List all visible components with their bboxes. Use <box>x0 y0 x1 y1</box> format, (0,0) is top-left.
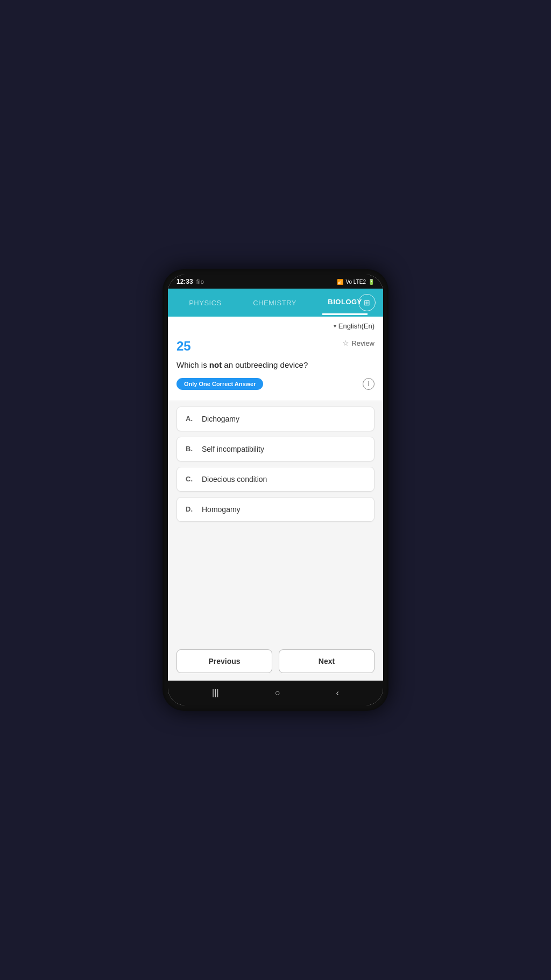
question-text: Which is not an outbreeding device? <box>176 359 375 372</box>
option-c-text: Dioecious condition <box>202 475 267 484</box>
status-time: 12:33 <box>176 278 193 285</box>
question-area: 25 ☆ Review Which is not an outbreeding … <box>168 332 383 401</box>
option-a[interactable]: A. Dichogamy <box>176 407 375 431</box>
option-a-text: Dichogamy <box>202 415 239 423</box>
battery-icon: 🔋 <box>368 279 375 285</box>
grid-icon: ⊞ <box>364 298 370 307</box>
info-icon: i <box>368 380 370 388</box>
info-icon-button[interactable]: i <box>363 378 375 390</box>
phone-device: 12:33 filo 📶 Vo LTE2 🔋 PHYSICS CHEMISTRY… <box>163 269 388 711</box>
option-b-letter: B. <box>186 445 194 453</box>
android-nav-bar: ||| ○ ‹ <box>168 681 383 705</box>
language-bar: ▾ English(En) <box>168 317 383 332</box>
option-d-text: Homogamy <box>202 505 241 514</box>
review-button[interactable]: ☆ Review <box>342 339 375 347</box>
tab-chemistry[interactable]: CHEMISTRY <box>248 291 302 314</box>
phone-screen: 12:33 filo 📶 Vo LTE2 🔋 PHYSICS CHEMISTRY… <box>168 275 383 705</box>
previous-button[interactable]: Previous <box>176 649 272 673</box>
nav-buttons: Previous Next <box>168 642 383 681</box>
option-d-letter: D. <box>186 505 194 513</box>
answer-badge-row: Only One Correct Answer i <box>176 378 375 390</box>
status-bar: 12:33 filo 📶 Vo LTE2 🔋 <box>168 275 383 289</box>
wifi-icon: 📶 <box>337 279 343 285</box>
android-home-button[interactable]: ○ <box>270 686 286 700</box>
status-left: 12:33 filo <box>176 278 204 285</box>
answer-type-badge[interactable]: Only One Correct Answer <box>176 378 263 390</box>
star-icon: ☆ <box>342 339 349 347</box>
grid-icon-button[interactable]: ⊞ <box>358 294 376 311</box>
signal-text: Vo LTE2 <box>345 279 366 285</box>
language-selector[interactable]: ▾ English(En) <box>334 322 375 330</box>
tab-bar: PHYSICS CHEMISTRY BIOLOGY ⊞ <box>168 289 383 317</box>
status-right: 📶 Vo LTE2 🔋 <box>337 279 375 285</box>
next-button[interactable]: Next <box>279 649 375 673</box>
question-text-after: an outbreeding device? <box>222 360 308 369</box>
content-area: ▾ English(En) 25 ☆ Review Which is not a… <box>168 317 383 681</box>
question-text-before: Which is <box>176 360 209 369</box>
question-bold-word: not <box>209 360 222 369</box>
question-header: 25 ☆ Review <box>176 339 375 354</box>
options-area: A. Dichogamy B. Self incompatibility C. … <box>168 401 383 527</box>
android-menu-button[interactable]: ||| <box>207 686 224 700</box>
option-d[interactable]: D. Homogamy <box>176 497 375 522</box>
review-label: Review <box>351 339 375 347</box>
option-b[interactable]: B. Self incompatibility <box>176 437 375 461</box>
option-a-letter: A. <box>186 415 194 423</box>
option-b-text: Self incompatibility <box>202 445 264 453</box>
option-c[interactable]: C. Dioecious condition <box>176 467 375 492</box>
chevron-down-icon: ▾ <box>334 323 336 329</box>
android-back-button[interactable]: ‹ <box>331 686 344 700</box>
question-number: 25 <box>176 339 191 354</box>
language-label: English(En) <box>338 322 375 330</box>
status-app: filo <box>196 278 204 285</box>
tab-physics[interactable]: PHYSICS <box>183 291 227 314</box>
option-c-letter: C. <box>186 475 194 483</box>
